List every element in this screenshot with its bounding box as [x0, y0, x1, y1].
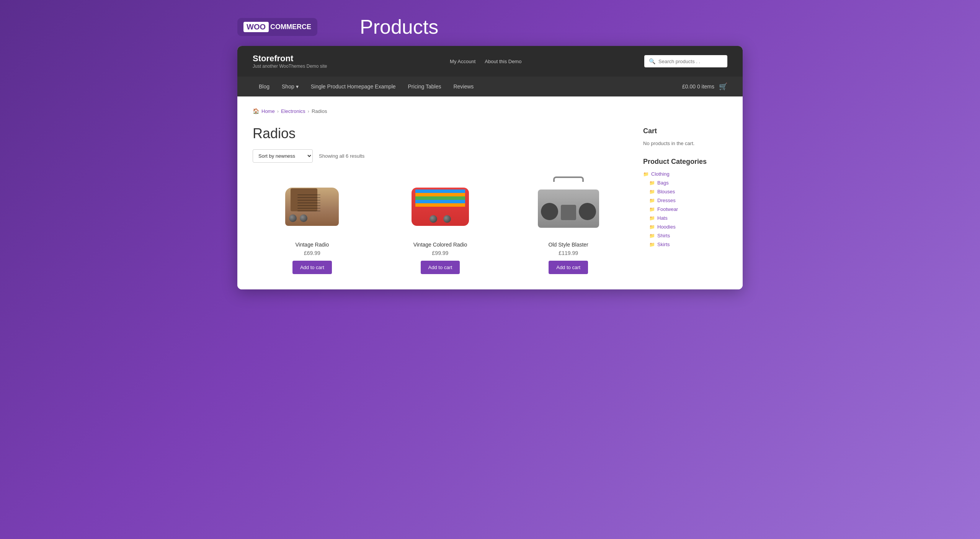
cart-widget: Cart No products in the cart. — [643, 127, 727, 146]
top-banner: WOO COMMERCE Products — [237, 15, 743, 46]
boombox-image — [538, 182, 599, 228]
category-dresses[interactable]: Dresses — [657, 198, 676, 203]
product-name: Vintage Colored Radio — [381, 242, 500, 248]
breadcrumb-current: Radios — [312, 108, 327, 114]
my-account-link[interactable]: My Account — [450, 59, 475, 64]
product-price: £119.99 — [509, 250, 628, 256]
nav-links: Blog Shop ▾ Single Product Homepage Exam… — [253, 77, 480, 96]
product-image-vintage — [253, 174, 372, 235]
category-skirts[interactable]: Skirts — [657, 242, 670, 247]
search-icon: 🔍 — [649, 58, 655, 64]
home-icon: 🏠 — [253, 108, 259, 114]
site-branding: Storefront Just another WooThemes Demo s… — [253, 54, 327, 69]
product-name: Old Style Blaster — [509, 242, 628, 248]
boombox-center — [561, 205, 576, 220]
nav-right: £0.00 0 items 🛒 — [682, 82, 727, 91]
page-banner-title: Products — [345, 15, 438, 38]
about-demo-link[interactable]: About this Demo — [485, 59, 521, 64]
nav-blog[interactable]: Blog — [253, 77, 276, 96]
boombox-speaker-left — [541, 203, 558, 220]
product-image-colored — [381, 174, 500, 235]
list-item: 📁 Shirts — [649, 233, 727, 238]
sort-select[interactable]: Sort by newness — [253, 149, 313, 163]
list-item: 📁 Hats — [649, 215, 727, 221]
logo-commerce: COMMERCE — [270, 23, 311, 31]
nav-pricing-tables[interactable]: Pricing Tables — [402, 77, 448, 96]
cart-empty-message: No products in the cart. — [643, 140, 727, 146]
boombox-handle — [553, 176, 584, 182]
site-tagline: Just another WooThemes Demo site — [253, 64, 327, 69]
shop-toolbar: Sort by newness Showing all 6 results — [253, 149, 628, 163]
breadcrumb: 🏠 Home › Electronics › Radios — [253, 108, 628, 114]
product-price: £69.99 — [253, 250, 372, 256]
categories-title: Product Categories — [643, 158, 727, 166]
folder-icon: 📁 — [649, 189, 655, 194]
category-list: 📁 Clothing 📁 Bags 📁 Blouses 📁 — [643, 171, 727, 247]
folder-icon: 📁 — [643, 172, 649, 177]
nav-shop[interactable]: Shop ▾ — [276, 77, 305, 96]
category-bags[interactable]: Bags — [657, 180, 669, 186]
list-item: 📁 Skirts — [649, 242, 727, 247]
vintage-radio-image — [285, 184, 339, 226]
cart-items-count: 0 items — [697, 83, 714, 90]
breadcrumb-electronics[interactable]: Electronics — [281, 108, 305, 114]
cart-icon[interactable]: 🛒 — [719, 82, 727, 91]
product-price: £99.99 — [381, 250, 500, 256]
category-blouses[interactable]: Blouses — [657, 189, 675, 194]
categories-widget: Product Categories 📁 Clothing 📁 Bags 📁 — [643, 158, 727, 247]
outer-wrapper: WOO COMMERCE Products Storefront Just an… — [237, 15, 743, 289]
sidebar: Cart No products in the cart. Product Ca… — [643, 108, 727, 274]
category-hoodies[interactable]: Hoodies — [657, 224, 676, 230]
breadcrumb-sep-2: › — [308, 108, 309, 114]
folder-icon: 📁 — [649, 180, 655, 186]
logo-woo: WOO — [243, 22, 269, 32]
header-nav: My Account About this Demo — [450, 59, 521, 64]
chevron-down-icon: ▾ — [296, 83, 299, 90]
nav-reviews[interactable]: Reviews — [447, 77, 480, 96]
breadcrumb-home[interactable]: Home — [261, 108, 275, 114]
nav-single-product[interactable]: Single Product Homepage Example — [305, 77, 402, 96]
category-clothing[interactable]: Clothing — [651, 171, 670, 177]
folder-icon: 📁 — [649, 233, 655, 238]
nav-bar: Blog Shop ▾ Single Product Homepage Exam… — [237, 77, 743, 96]
product-image-boombox — [509, 174, 628, 235]
site-name: Storefront — [253, 54, 327, 64]
cart-widget-title: Cart — [643, 127, 727, 135]
content-area: 🏠 Home › Electronics › Radios Radios Sor… — [237, 96, 743, 289]
list-item: 📁 Clothing — [643, 171, 727, 177]
category-footwear[interactable]: Footwear — [657, 206, 678, 212]
result-count: Showing all 6 results — [319, 153, 364, 159]
radio-knob — [443, 215, 451, 223]
add-to-cart-button[interactable]: Add to cart — [421, 261, 460, 274]
list-item: 📁 Hoodies — [649, 224, 727, 230]
product-name: Vintage Radio — [253, 242, 372, 248]
add-to-cart-button[interactable]: Add to cart — [292, 261, 332, 274]
product-card-vintage-radio[interactable]: Vintage Radio £69.99 Add to cart — [253, 174, 372, 274]
search-input[interactable] — [658, 59, 723, 64]
colored-radio-image — [412, 184, 469, 226]
product-card-colored-radio[interactable]: Vintage Colored Radio £99.99 Add to cart — [381, 174, 500, 274]
page-title: Radios — [253, 126, 628, 142]
folder-icon: 📁 — [649, 242, 655, 247]
folder-icon: 📁 — [649, 216, 655, 221]
site-logo[interactable]: WOO COMMERCE — [237, 18, 317, 36]
folder-icon: 📁 — [649, 207, 655, 212]
boombox-speaker-right — [579, 203, 596, 220]
add-to-cart-button[interactable]: Add to cart — [549, 261, 588, 274]
main-card: Storefront Just another WooThemes Demo s… — [237, 46, 743, 289]
category-shirts[interactable]: Shirts — [657, 233, 670, 238]
list-item: 📁 Footwear — [649, 206, 727, 212]
breadcrumb-sep-1: › — [277, 108, 279, 114]
logo-area: WOO COMMERCE — [237, 18, 345, 36]
main-content: 🏠 Home › Electronics › Radios Radios Sor… — [253, 108, 628, 274]
product-card-boombox[interactable]: Old Style Blaster £119.99 Add to cart — [509, 174, 628, 274]
search-box: 🔍 — [644, 55, 727, 67]
cart-amount: £0.00 0 items — [682, 83, 714, 90]
list-item: 📁 Bags — [649, 180, 727, 186]
list-item: 📁 Blouses — [649, 189, 727, 194]
products-grid: Vintage Radio £69.99 Add to cart — [253, 174, 628, 274]
folder-icon: 📁 — [649, 198, 655, 203]
folder-icon: 📁 — [649, 224, 655, 230]
category-hats[interactable]: Hats — [657, 215, 668, 221]
site-header: Storefront Just another WooThemes Demo s… — [237, 46, 743, 77]
